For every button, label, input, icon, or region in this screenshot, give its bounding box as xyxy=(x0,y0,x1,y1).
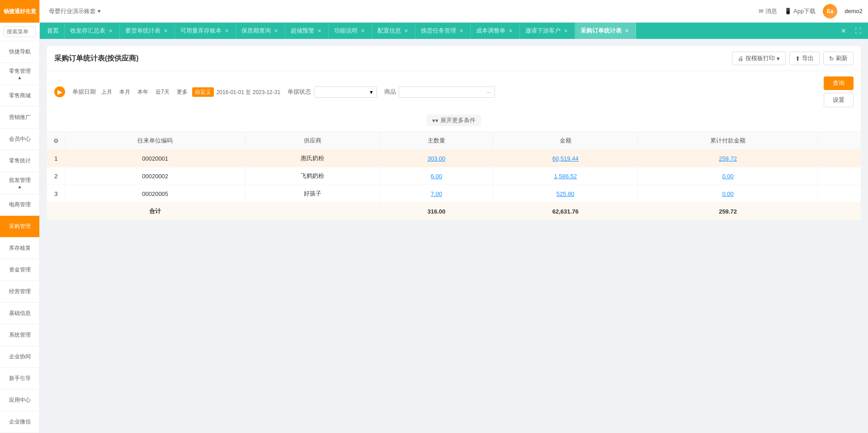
nav-tab-invite-downstream[interactable]: 邀请下游客户✕ xyxy=(520,23,575,39)
tab-close-icon[interactable]: ✕ xyxy=(623,28,630,34)
tab-close-icon[interactable]: ✕ xyxy=(223,28,230,34)
date-shortcut-last-month[interactable]: 上月 xyxy=(99,87,115,97)
print-button[interactable]: 🖨 按模板打印 ▾ xyxy=(732,52,786,65)
nav-tab-purchase-stats[interactable]: 采购订单统计表✕ xyxy=(575,23,636,39)
sidebar-item-label: 零售商城 xyxy=(9,92,31,100)
status-select-arrow: ▾ xyxy=(370,89,373,95)
nav-tab-requisition-stats[interactable]: 要货单统计表✕ xyxy=(120,23,175,39)
amount-link[interactable]: 1,586.52 xyxy=(554,173,577,180)
sidebar-item-operations-mgmt[interactable]: 经营管理 xyxy=(0,281,39,303)
nav-tab-collect-pay[interactable]: 收发存汇总表✕ xyxy=(65,23,120,39)
message-button[interactable]: ✉ 消息 xyxy=(759,7,777,15)
nav-tab-picking-task[interactable]: 拣货任务管理✕ xyxy=(415,23,471,39)
date-shortcut-this-year[interactable]: 本年 xyxy=(135,87,151,97)
sidebar-item-system-mgmt[interactable]: 系统管理 xyxy=(0,324,39,346)
print-icon: 🖨 xyxy=(738,55,744,62)
expand-more-button[interactable]: ▾▾ 展开更多条件 xyxy=(427,114,481,126)
amount-link[interactable]: 60,519.44 xyxy=(552,155,579,162)
goods-input[interactable] xyxy=(403,89,484,95)
cell-paid-amount: 0.00 xyxy=(638,167,818,185)
sidebar-item-purchase-mgmt[interactable]: 采购管理 xyxy=(0,216,39,238)
date-shortcut-custom[interactable]: 自定义 xyxy=(192,87,214,97)
nav-tab-available-stock[interactable]: 可用量库存账本✕ xyxy=(175,23,236,39)
nav-tab-config-info[interactable]: 配置信息✕ xyxy=(372,23,415,39)
export-button[interactable]: ⬆ 导出 xyxy=(789,52,820,65)
nav-tab-overstock-warning[interactable]: 超储预警✕ xyxy=(285,23,329,39)
message-icon: ✉ xyxy=(759,8,764,14)
paid-amount-link[interactable]: 0.00 xyxy=(722,190,733,197)
app-download-button[interactable]: 📱 App下载 xyxy=(784,7,816,15)
paid-amount-link[interactable]: 0.00 xyxy=(722,173,733,180)
account-dropdown[interactable]: 母婴行业演示账套 ▾ xyxy=(45,5,104,17)
sidebar-item-marketing[interactable]: 营销推广 xyxy=(0,107,39,128)
sidebar-item-quick-nav[interactable]: 快捷导航 xyxy=(0,41,39,63)
cell-code: 00020001 xyxy=(65,150,245,167)
search-input[interactable] xyxy=(4,26,36,37)
tab-close-icon[interactable]: ✕ xyxy=(162,28,169,34)
sidebar-items: 零售管理▲零售商城营销推广会员中心零售统计批发管理▲电商管理采购管理库存核算资金… xyxy=(0,63,39,433)
nav-tab-cost-adjust[interactable]: 成本调整单✕ xyxy=(471,23,520,39)
user-name[interactable]: demo2 xyxy=(844,8,863,14)
sidebar-item-enterprise-collab[interactable]: 企业协同 xyxy=(0,346,39,368)
nav-tab-function-desc[interactable]: 功能说明✕ xyxy=(329,23,372,39)
nav-close-button[interactable]: ✕ xyxy=(837,24,850,37)
cell-amount: 60,519.44 xyxy=(493,150,638,167)
filter-toggle-button[interactable]: ▶ xyxy=(54,86,65,97)
refresh-button[interactable]: ↻ 刷新 xyxy=(823,52,854,65)
sidebar-item-finance-mgmt[interactable]: 资金管理 xyxy=(0,259,39,281)
goods-filter-label: 商品 xyxy=(384,88,396,96)
tab-close-icon[interactable]: ✕ xyxy=(458,28,465,34)
expand-icon: ▾▾ xyxy=(432,117,439,124)
nav-tab-home[interactable]: 首页 xyxy=(42,23,65,39)
table-row: 3 00020005 好孩子 7.00 525.80 0.00 xyxy=(47,185,861,203)
sidebar-item-retail-stats[interactable]: 零售统计 xyxy=(0,150,39,172)
quantity-link[interactable]: 6.00 xyxy=(431,173,442,180)
query-button[interactable]: 查询 xyxy=(824,76,854,90)
expand-label: 展开更多条件 xyxy=(440,116,476,124)
date-shortcuts: 上月 本月 本年 近7天 更多 自定义 xyxy=(99,87,214,97)
quantity-link[interactable]: 7.00 xyxy=(431,190,442,197)
sidebar-item-new-guide[interactable]: 新手引导 xyxy=(0,368,39,390)
cell-supplier: 好孩子 xyxy=(245,185,380,203)
tab-close-icon[interactable]: ✕ xyxy=(507,28,514,34)
tab-close-icon[interactable]: ✕ xyxy=(316,28,323,34)
sidebar-item-ecommerce-mgmt[interactable]: 电商管理 xyxy=(0,194,39,216)
sidebar-item-wholesale-mgmt[interactable]: 批发管理▲ xyxy=(0,172,39,194)
status-select[interactable]: ▾ xyxy=(314,86,377,98)
goods-more-icon[interactable]: ··· xyxy=(486,89,491,95)
tab-close-icon[interactable]: ✕ xyxy=(359,28,366,34)
paid-amount-link[interactable]: 259.72 xyxy=(719,155,737,162)
date-shortcut-this-month[interactable]: 本月 xyxy=(117,87,133,97)
date-shortcut-7days[interactable]: 近7天 xyxy=(153,87,172,97)
amount-link[interactable]: 525.80 xyxy=(557,190,575,197)
settings-button[interactable]: 设置 xyxy=(824,93,854,107)
sidebar-item-basic-info[interactable]: 基础信息 xyxy=(0,303,39,324)
nav-expand-button[interactable]: ⛶ xyxy=(852,24,864,37)
cell-no: 1 xyxy=(47,150,65,167)
tab-label: 成本调整单 xyxy=(476,27,505,35)
date-shortcut-more[interactable]: 更多 xyxy=(174,87,190,97)
cell-quantity: 303.00 xyxy=(380,150,493,167)
footer-empty2 xyxy=(245,203,380,220)
app-download-label: App下载 xyxy=(793,7,816,15)
avatar[interactable]: Ea xyxy=(823,4,837,19)
sidebar-item-app-center[interactable]: 应用中心 xyxy=(0,390,39,411)
tab-close-icon[interactable]: ✕ xyxy=(562,28,569,34)
column-amount: 金额 xyxy=(493,132,638,150)
sidebar-item-stock-check[interactable]: 库存核算 xyxy=(0,238,39,259)
nav-tabs: 首页收发存汇总表✕要货单统计表✕可用量库存账本✕保质期查询✕超储预警✕功能说明✕… xyxy=(40,23,868,39)
sidebar-item-enterprise-wechat[interactable]: 企业微信 xyxy=(0,411,39,433)
quantity-link[interactable]: 303.00 xyxy=(427,155,445,162)
sidebar-item-retail-mgmt[interactable]: 零售管理▲ xyxy=(0,63,39,85)
tab-close-icon[interactable]: ✕ xyxy=(107,28,114,34)
sidebar-item-retail-shop[interactable]: 零售商城 xyxy=(0,85,39,107)
footer-amount: 62,631.76 xyxy=(493,203,638,220)
tab-close-icon[interactable]: ✕ xyxy=(273,28,279,34)
tab-close-icon[interactable]: ✕ xyxy=(403,28,410,34)
nav-tab-expiry-query[interactable]: 保质期查询✕ xyxy=(236,23,285,39)
sidebar-item-member-center[interactable]: 会员中心 xyxy=(0,128,39,150)
column-settings[interactable]: ⚙ xyxy=(47,132,65,150)
footer-quantity: 316.00 xyxy=(380,203,493,220)
column-quantity: 主数量 xyxy=(380,132,493,150)
sidebar-item-label: 营销推广 xyxy=(9,114,31,121)
